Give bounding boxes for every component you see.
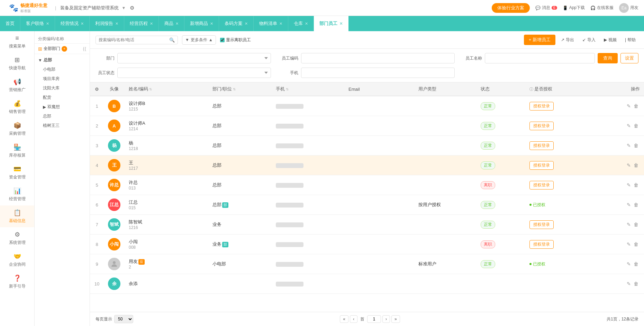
delete-btn[interactable]: 🗑 <box>632 103 640 109</box>
edit-btn[interactable]: ✎ <box>625 162 632 169</box>
nav-item-profit[interactable]: 利润报告 ✕ <box>90 16 124 31</box>
nav-item-warehouse[interactable]: 仓库 ✕ <box>288 16 314 31</box>
sidebar-item-search[interactable]: ≡ 搜索菜单 <box>0 31 34 53</box>
nav-item-product[interactable]: 商品 ✕ <box>159 16 184 31</box>
setting-btn[interactable]: 设置 <box>620 53 638 63</box>
show-resigned-input[interactable] <box>220 38 225 42</box>
auth-btn[interactable]: 授权登录 <box>529 220 554 229</box>
sidebar-item-purchase[interactable]: 📦 采购管理 <box>0 118 34 140</box>
phone-input[interactable] <box>301 68 455 78</box>
th-settings[interactable]: ⚙ <box>90 82 104 96</box>
edit-btn[interactable]: ✎ <box>625 261 632 267</box>
th-phone[interactable]: 手机 ⇅ <box>272 82 344 96</box>
nav-item-barcode[interactable]: 条码方案 ✕ <box>219 16 254 31</box>
auth-btn[interactable]: 授权登录 <box>529 181 554 190</box>
dept-collapse-icon[interactable]: ⟨⟨ <box>83 46 86 52</box>
dept-expand-btn[interactable]: + <box>62 46 67 52</box>
delete-btn[interactable]: 🗑 <box>632 201 640 208</box>
chevron-down-icon[interactable]: ▼ <box>121 6 126 10</box>
close-icon-employees[interactable]: ✕ <box>339 21 343 26</box>
nav-item-employees[interactable]: 部门员工 ✕ <box>314 16 348 31</box>
nav-item-new-product[interactable]: 新增商品 ✕ <box>184 16 219 31</box>
import-btn[interactable]: ↙ 导入 <box>580 36 598 44</box>
delete-btn[interactable]: 🗑 <box>632 182 640 188</box>
edit-btn[interactable]: ✎ <box>625 103 632 109</box>
gear-icon[interactable]: ⚙ <box>130 5 134 11</box>
edit-btn[interactable]: ✎ <box>625 221 632 228</box>
auth-btn[interactable]: 授权登录 <box>529 122 554 130</box>
message-btn[interactable]: 💬 消息 6 <box>535 5 557 11</box>
emp-code-input[interactable] <box>301 53 455 63</box>
dept-node-delivery[interactable]: 配货 <box>35 93 90 102</box>
close-icon-warehouse[interactable]: ✕ <box>305 21 308 26</box>
delete-btn[interactable]: 🗑 <box>632 241 640 248</box>
export-btn[interactable]: ↗ 导出 <box>558 36 577 44</box>
edit-btn[interactable]: ✎ <box>625 280 632 287</box>
auth-btn[interactable]: 授权登录 <box>529 240 554 249</box>
settings-gear-icon[interactable]: ⚙ <box>95 87 99 92</box>
nav-item-history[interactable]: 经营历程 ✕ <box>124 16 159 31</box>
sidebar-item-system[interactable]: ⚙ 系统管理 <box>0 227 34 249</box>
sidebar-item-finance[interactable]: 💳 资金管理 <box>0 162 34 184</box>
delete-btn[interactable]: 🗑 <box>632 142 640 149</box>
edit-btn[interactable]: ✎ <box>625 201 632 208</box>
dept-node-small-elec[interactable]: 小电部 <box>35 65 90 74</box>
dept-node-plant-tree[interactable]: 植树王三 <box>35 121 90 130</box>
employee-search-input[interactable] <box>99 37 168 42</box>
auth-btn[interactable]: 授权登录 <box>529 161 554 170</box>
dept-node-shenyang[interactable]: 沈阳大库 <box>35 83 90 93</box>
page-num-input[interactable] <box>367 315 381 323</box>
sidebar-item-basic[interactable]: 📋 基础信息 <box>0 205 34 227</box>
close-icon-bom[interactable]: ✕ <box>279 21 282 26</box>
close-icon-profit[interactable]: ✕ <box>115 21 118 26</box>
experience-btn[interactable]: 体验行业方案 <box>492 3 530 13</box>
first-page-btn[interactable]: « <box>340 315 348 323</box>
online-service-btn[interactable]: 🎧 在线客服 <box>590 5 614 11</box>
nav-item-bom[interactable]: 物料清单 ✕ <box>254 16 288 31</box>
delete-btn[interactable]: 🗑 <box>632 221 640 228</box>
dept-node-headquarters[interactable]: ▼ 总部 <box>35 55 90 65</box>
nav-item-customer[interactable]: 客户联络 ✕ <box>20 16 55 31</box>
view-btn[interactable]: ▶ 视频 <box>601 36 619 44</box>
help-btn[interactable]: | 帮助 <box>622 36 638 44</box>
delete-btn[interactable]: 🗑 <box>632 280 640 287</box>
delete-btn[interactable]: 🗑 <box>632 162 640 169</box>
sidebar-item-inventory[interactable]: 🏪 库存核算 <box>0 140 34 162</box>
close-icon-customer[interactable]: ✕ <box>46 21 49 26</box>
query-btn[interactable]: 查询 <box>598 53 618 63</box>
sidebar-item-collab[interactable]: 🤝 企业协同 <box>0 249 34 271</box>
emp-name-input[interactable] <box>485 53 595 63</box>
search-icon[interactable]: 🔍 <box>169 37 175 43</box>
emp-status-select[interactable] <box>117 68 271 78</box>
auth-btn[interactable]: 授权登录 <box>529 102 554 111</box>
sidebar-item-sales[interactable]: 💰 销售管理 <box>0 96 34 118</box>
close-icon-new-product[interactable]: ✕ <box>210 21 213 26</box>
dept-node-headquarters-sub[interactable]: 总部 <box>35 112 90 121</box>
nav-item-operation[interactable]: 经营情况 ✕ <box>55 16 90 31</box>
dept-all-header[interactable]: ⊞ 全部部门 + ⟨⟨ <box>35 44 90 54</box>
user-menu-btn[interactable]: Ea 用友 <box>619 3 638 13</box>
close-icon-operation[interactable]: ✕ <box>81 21 84 26</box>
sidebar-item-business[interactable]: 📊 经营管理 <box>0 184 34 205</box>
close-icon-product[interactable]: ✕ <box>175 21 179 26</box>
th-dept[interactable]: 部门/职位 ⇅ <box>208 82 272 96</box>
last-page-btn[interactable]: » <box>391 315 400 323</box>
sidebar-item-guide[interactable]: ❓ 新手引导 <box>0 271 34 293</box>
dept-search-input[interactable] <box>38 36 90 41</box>
sidebar-item-shortcut[interactable]: ⊞ 快捷导航 <box>0 53 34 74</box>
delete-btn[interactable]: 🗑 <box>632 122 640 129</box>
auth-btn[interactable]: 授权登录 <box>529 141 554 150</box>
add-employee-btn[interactable]: + 新增员工 <box>524 35 555 45</box>
edit-btn[interactable]: ✎ <box>625 122 632 129</box>
next-page-btn[interactable]: › <box>382 315 390 323</box>
nav-item-home[interactable]: 首页 <box>0 16 20 31</box>
sidebar-item-marketing[interactable]: 📢 营销推广 <box>0 74 34 96</box>
page-size-select[interactable]: 50 20 100 <box>114 315 133 323</box>
close-icon-barcode[interactable]: ✕ <box>245 21 248 26</box>
dept-node-project-room[interactable]: 项目库房 <box>35 74 90 83</box>
more-conditions-btn[interactable]: ▼ 更多条件 ▲ <box>182 35 216 45</box>
dept-select[interactable] <box>117 53 271 63</box>
app-download-btn[interactable]: 📱 App下载 <box>563 5 585 11</box>
close-icon-history[interactable]: ✕ <box>150 21 153 26</box>
th-name[interactable]: 姓名/编码 ⇅ <box>125 82 208 96</box>
